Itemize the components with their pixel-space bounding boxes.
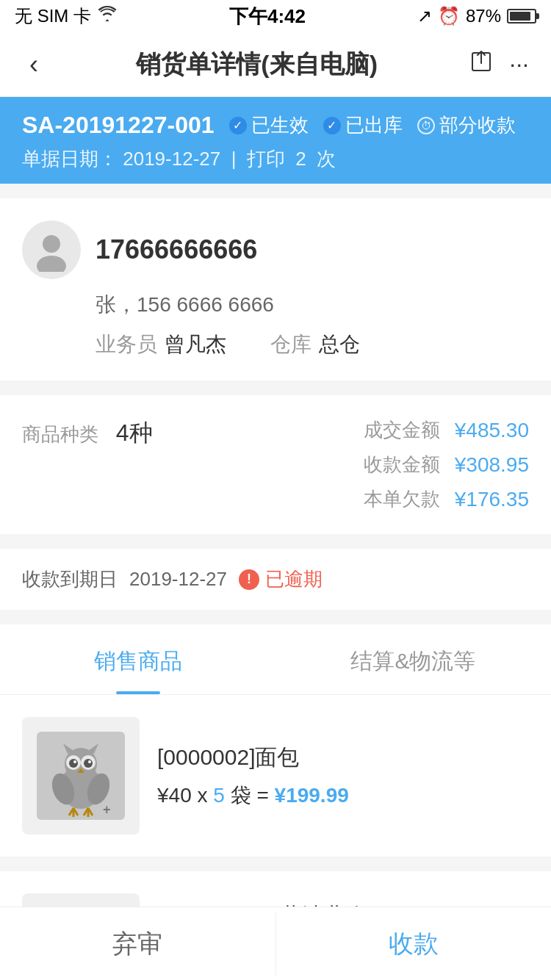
- more-button[interactable]: ···: [509, 51, 529, 78]
- back-button[interactable]: ‹: [22, 42, 46, 87]
- svg-point-11: [88, 760, 91, 763]
- status-effective: ✓ 已生效: [229, 112, 309, 138]
- customer-info: 张，156 6666 6666: [22, 291, 529, 319]
- location-icon: ↗: [417, 6, 432, 26]
- share-button[interactable]: [468, 48, 494, 81]
- deal-label: 成交金额: [364, 417, 440, 443]
- receipt-amount-row: 收款金额 ¥308.95: [364, 452, 529, 478]
- tab-sales[interactable]: 销售商品: [0, 624, 276, 694]
- summary-card: 商品种类 4种 成交金额 ¥485.30 收款金额 ¥308.95 本单欠款 ¥…: [0, 395, 551, 534]
- status-time: 下午4:42: [229, 4, 306, 29]
- order-id-text: SA-20191227-001: [22, 112, 215, 139]
- check-icon-1: ✓: [229, 117, 247, 134]
- due-date-card: 收款到期日 2019-12-27 ! 已逾期: [0, 549, 551, 610]
- summary-row: 商品种类 4种 成交金额 ¥485.30 收款金额 ¥308.95 本单欠款 ¥…: [22, 417, 529, 512]
- status-shipped: ✓ 已出库: [323, 112, 403, 138]
- status-partial-label: 部分收款: [439, 112, 516, 138]
- product-total-1: ¥199.99: [275, 784, 349, 807]
- status-shipped-label: 已出库: [345, 112, 403, 138]
- status-left: 无 SIM 卡: [15, 4, 118, 28]
- type-value: 4种: [116, 419, 153, 446]
- battery-icon: [507, 9, 536, 24]
- warehouse-value: 总仓: [319, 331, 360, 359]
- table-row: + [0000002]面包 ¥40 x 5 袋 = ¥199.99: [0, 695, 551, 857]
- tabs-container: 销售商品 结算&物流等: [0, 624, 551, 695]
- svg-point-9: [84, 759, 93, 768]
- customer-meta: 业务员 曾凡杰 仓库 总仓: [22, 331, 529, 359]
- order-id-row: SA-20191227-001 ✓ 已生效 ✓ 已出库 ⏱ 部分收款: [22, 112, 529, 139]
- summary-left: 商品种类 4种: [22, 417, 153, 450]
- warehouse-label: 仓库: [270, 331, 311, 359]
- tab-settlement[interactable]: 结算&物流等: [276, 624, 551, 694]
- order-date: 单据日期： 2019-12-27 | 打印 2 次: [22, 146, 529, 172]
- svg-point-1: [43, 235, 60, 253]
- wifi-icon: [97, 6, 118, 26]
- product-name-1: [0000002]面包: [157, 743, 529, 773]
- customer-header: 17666666666: [22, 220, 529, 279]
- clock-icon: ⏱: [417, 117, 435, 134]
- type-label: 商品种类: [22, 423, 98, 445]
- product-qty-1: 5: [213, 784, 225, 807]
- nav-actions: ···: [468, 48, 529, 81]
- status-effective-label: 已生效: [251, 112, 309, 138]
- bottom-bar: 弃审 收款: [0, 907, 551, 980]
- svg-point-10: [73, 760, 76, 763]
- overdue-icon: !: [239, 569, 259, 590]
- product-details-1: [0000002]面包 ¥40 x 5 袋 = ¥199.99: [157, 743, 529, 810]
- debt-label: 本单欠款: [364, 486, 440, 512]
- deal-value: ¥485.30: [455, 419, 529, 442]
- sales-value: 曾凡杰: [165, 331, 226, 359]
- warehouse-meta: 仓库 总仓: [270, 331, 360, 359]
- carrier-text: 无 SIM 卡: [15, 4, 91, 28]
- product-price-1: ¥40 x 5 袋 = ¥199.99: [157, 782, 529, 810]
- svg-point-8: [69, 759, 78, 768]
- receipt-label: 收款金额: [364, 452, 440, 478]
- debt-value: ¥176.35: [455, 488, 529, 511]
- avatar: [22, 220, 81, 279]
- check-icon-2: ✓: [323, 117, 341, 134]
- collect-payment-button[interactable]: 收款: [276, 912, 552, 976]
- product-image-1: +: [22, 717, 140, 835]
- battery-percent: 87%: [466, 6, 501, 26]
- alarm-icon: ⏰: [438, 6, 460, 26]
- customer-card: 17666666666 张，156 6666 6666 业务员 曾凡杰 仓库 总…: [0, 198, 551, 381]
- sales-label: 业务员: [96, 331, 157, 359]
- due-date-value: 2019-12-27: [129, 568, 227, 591]
- deal-amount-row: 成交金额 ¥485.30: [364, 417, 529, 443]
- header-banner: SA-20191227-001 ✓ 已生效 ✓ 已出库 ⏱ 部分收款 单据日期：…: [0, 97, 551, 184]
- cancel-review-button[interactable]: 弃审: [0, 912, 276, 976]
- sales-meta: 业务员 曾凡杰: [96, 331, 226, 359]
- debt-amount-row: 本单欠款 ¥176.35: [364, 486, 529, 512]
- page-title: 销货单详情(来自电脑): [46, 48, 468, 82]
- status-bar: 无 SIM 卡 下午4:42 ↗ ⏰ 87%: [0, 0, 551, 32]
- summary-right: 成交金额 ¥485.30 收款金额 ¥308.95 本单欠款 ¥176.35: [364, 417, 529, 512]
- customer-phone: 17666666666: [96, 234, 257, 265]
- status-right: ↗ ⏰ 87%: [417, 6, 536, 26]
- nav-bar: ‹ 销货单详情(来自电脑) ···: [0, 32, 551, 97]
- svg-text:+: +: [103, 802, 111, 817]
- overdue-label: 已逾期: [265, 566, 323, 592]
- overdue-badge: ! 已逾期: [239, 566, 323, 592]
- receipt-value: ¥308.95: [455, 453, 529, 477]
- status-partial: ⏱ 部分收款: [417, 112, 516, 138]
- due-date-label: 收款到期日: [22, 566, 118, 592]
- svg-point-2: [37, 256, 66, 272]
